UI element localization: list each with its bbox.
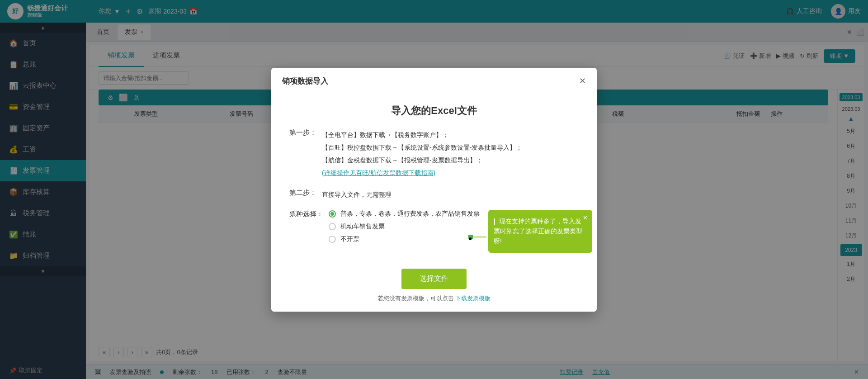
guide-link[interactable]: (详细操作见百旺/航信发票数据下载指南) (322, 169, 435, 176)
radio-motor-label: 机动车销售发票 (340, 223, 385, 231)
ticket-section: 票种选择： 普票，专票，卷票，通行费发票，农产品销售发票 机动车销售发票 (289, 210, 579, 243)
radio-normal-circle (329, 210, 336, 218)
download-section: 若您没有发票模版，可以点击 下载发票模版 (377, 294, 491, 303)
tooltip-bubble: | 现在支持的票种多了，导入发票时别忘了选择正确的发票类型呀! ✕ (488, 210, 592, 253)
radio-no-ticket-label: 不开票 (340, 235, 359, 243)
tooltip-container: ● | 现在支持的票种多了，导入发票时别忘了选择正确的发票类型呀! ✕ (468, 210, 592, 253)
step1-section: 第一步： 【全电平台】数据下载→【税务数字账户】； 【百旺】税控盘数据下载→【系… (289, 128, 579, 179)
modal-main-title: 导入您的Excel文件 (289, 104, 579, 118)
step1-content: 【全电平台】数据下载→【税务数字账户】； 【百旺】税控盘数据下载→【系统设置-系… (320, 128, 522, 179)
tooltip-dot: ● (468, 235, 473, 239)
radio-motor-circle (329, 223, 336, 230)
modal-header: 销项数据导入 ✕ (271, 68, 597, 93)
modal-title: 销项数据导入 (282, 76, 328, 86)
tooltip-connector: ● (468, 235, 486, 239)
ticket-radio-group: 普票，专票，卷票，通行费发票，农产品销售发票 机动车销售发票 不开票 (327, 210, 480, 243)
modal-footer: 选择文件 若您没有发票模版，可以点击 下载发票模版 (271, 261, 597, 312)
tooltip-text: 现在支持的票种多了，导入发票时别忘了选择正确的发票类型呀! (494, 218, 582, 245)
ticket-label: 票种选择： (289, 210, 323, 218)
radio-no-ticket[interactable]: 不开票 (329, 235, 480, 243)
select-file-button[interactable]: 选择文件 (401, 269, 467, 289)
radio-no-ticket-circle (329, 236, 336, 243)
modal-close-btn[interactable]: ✕ (579, 76, 586, 86)
import-modal: 销项数据导入 ✕ 导入您的Excel文件 第一步： 【全电平台】数据下载→【税务… (271, 68, 597, 312)
modal-body: 导入您的Excel文件 第一步： 【全电平台】数据下载→【税务数字账户】； 【百… (271, 93, 597, 261)
step1-label: 第一步： (289, 128, 316, 137)
download-template-link[interactable]: 下载发票模版 (455, 295, 491, 302)
tooltip-bar: | (494, 218, 495, 225)
tooltip-line (473, 237, 486, 237)
tooltip-close-btn[interactable]: ✕ (583, 213, 588, 223)
radio-motor[interactable]: 机动车销售发票 (329, 223, 480, 231)
step2-section: 第二步： 直接导入文件，无需整理 (289, 188, 579, 201)
radio-normal-label: 普票，专票，卷票，通行费发票，农产品销售发票 (340, 210, 480, 218)
step2-content: 直接导入文件，无需整理 (320, 188, 392, 201)
radio-normal[interactable]: 普票，专票，卷票，通行费发票，农产品销售发票 (329, 210, 480, 218)
step2-label: 第二步： (289, 189, 316, 197)
modal-overlay: 销项数据导入 ✕ 导入您的Excel文件 第一步： 【全电平台】数据下载→【税务… (0, 0, 868, 379)
